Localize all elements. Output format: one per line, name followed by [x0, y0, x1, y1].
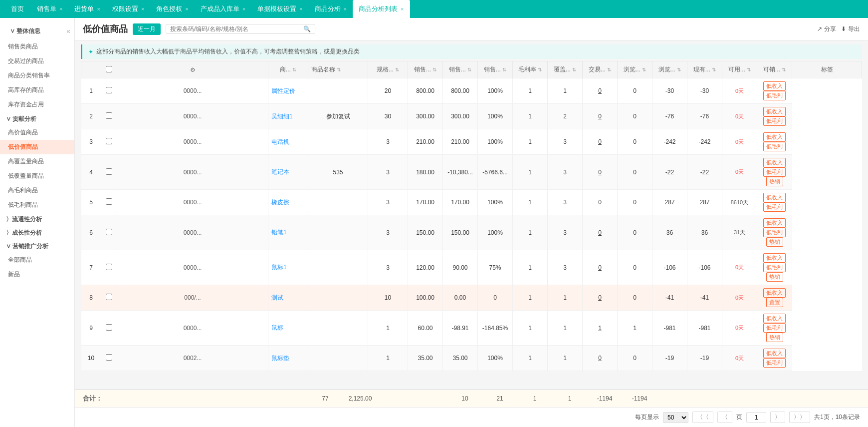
cell-check[interactable]: [101, 155, 117, 190]
last-page-btn[interactable]: 〉〉: [789, 412, 810, 423]
cell-name[interactable]: 铅笔1: [268, 215, 308, 250]
sidebar-item-traded-goods[interactable]: 交易过的商品: [0, 54, 74, 68]
col-header-avail[interactable]: 可用... ⇅: [722, 61, 757, 78]
cell-browse1[interactable]: 0: [583, 104, 618, 129]
close-icon[interactable]: ×: [242, 6, 245, 12]
sidebar-item-low-value[interactable]: 低价值商品: [0, 140, 74, 154]
cell-name[interactable]: 鼠标垫: [268, 346, 308, 371]
share-button[interactable]: ↗ 分享: [817, 25, 836, 33]
close-icon[interactable]: ×: [299, 6, 302, 12]
sidebar-item-stock-capital[interactable]: 库存资金占用: [0, 97, 74, 112]
row-checkbox[interactable]: [106, 87, 112, 93]
cell-browse1[interactable]: 0: [583, 250, 618, 285]
col-header-gross-rate[interactable]: 毛利率 ⇅: [513, 61, 548, 78]
cell-sale-profit: 800.00: [443, 78, 478, 104]
row-checkbox[interactable]: [106, 198, 112, 205]
cell-name[interactable]: 属性定价: [268, 78, 308, 104]
cell-browse1[interactable]: 1: [583, 311, 618, 346]
prev-page-btn[interactable]: 〈: [717, 412, 732, 423]
close-icon[interactable]: ×: [344, 6, 347, 12]
sidebar-item-category-rate[interactable]: 商品分类销售率: [0, 68, 74, 83]
sidebar-item-sales-goods[interactable]: 销售类商品: [0, 39, 74, 54]
sidebar-item-high-profit[interactable]: 高毛利商品: [0, 183, 74, 198]
cell-browse1[interactable]: 0: [583, 346, 618, 371]
col-header-stock[interactable]: 现有... ⇅: [687, 61, 722, 78]
row-checkbox[interactable]: [106, 264, 112, 270]
select-all-checkbox[interactable]: [106, 66, 112, 72]
nav-tab-template[interactable]: 单据模板设置 ×: [251, 0, 308, 18]
nav-tab-product-entry[interactable]: 产成品入库单 ×: [195, 0, 251, 18]
next-page-btn[interactable]: 〉: [770, 412, 785, 423]
filter-recent-month[interactable]: 近一月: [133, 23, 161, 35]
sidebar-item-all-goods[interactable]: 全部商品: [0, 253, 74, 267]
cell-check[interactable]: [101, 104, 117, 129]
col-header-code[interactable]: 商... ⇅: [268, 61, 308, 78]
row-checkbox[interactable]: [106, 354, 112, 361]
cell-name[interactable]: 橡皮擦: [268, 190, 308, 215]
sidebar-collapse-icon[interactable]: «: [66, 27, 70, 35]
nav-tab-permissions[interactable]: 权限设置 ×: [106, 0, 150, 18]
col-header-sellable[interactable]: 可销... ⇅: [757, 61, 792, 78]
col-header-sale-qty[interactable]: 销售... ⇅: [408, 61, 443, 78]
nav-tab-analysis[interactable]: 商品分析 ×: [309, 0, 353, 18]
nav-tab-purchase[interactable]: 进货单 ×: [68, 0, 106, 18]
sidebar-item-high-value[interactable]: 高价值商品: [0, 125, 74, 140]
page-size-select[interactable]: 50 20 100: [663, 412, 688, 423]
col-header-name[interactable]: 商品名称 ⇅: [308, 61, 368, 78]
nav-tab-analysis-list[interactable]: 商品分析列表 ×: [353, 0, 410, 18]
nav-tab-sales[interactable]: 销售单 ×: [31, 0, 68, 18]
cell-name[interactable]: 测试: [268, 285, 308, 311]
nav-home[interactable]: 首页: [4, 4, 31, 13]
sidebar-item-low-profit[interactable]: 低毛利商品: [0, 198, 74, 212]
close-icon[interactable]: ×: [97, 6, 100, 12]
cell-check[interactable]: [101, 346, 117, 371]
cell-avail: -22: [687, 155, 722, 190]
col-header-sale-amount[interactable]: 销售... ⇅: [443, 61, 478, 78]
cell-check[interactable]: [101, 190, 117, 215]
col-header-trade[interactable]: 交易... ⇅: [583, 61, 618, 78]
cell-name[interactable]: 鼠标: [268, 311, 308, 346]
row-checkbox[interactable]: [106, 324, 112, 331]
search-icon[interactable]: 🔍: [303, 25, 311, 32]
sidebar-item-high-coverage[interactable]: 高覆盖量商品: [0, 154, 74, 169]
cell-check[interactable]: [101, 78, 117, 104]
cell-browse1[interactable]: 0: [583, 215, 618, 250]
export-button[interactable]: ⬇ 导出: [841, 25, 860, 33]
col-header-sale-profit[interactable]: 销售... ⇅: [478, 61, 513, 78]
col-header-browse2[interactable]: 浏览... ⇅: [652, 61, 687, 78]
close-icon[interactable]: ×: [401, 6, 404, 12]
cell-check[interactable]: [101, 285, 117, 311]
col-header-cover[interactable]: 覆盖... ⇅: [548, 61, 583, 78]
close-icon[interactable]: ×: [59, 6, 62, 12]
cell-check[interactable]: [101, 129, 117, 155]
cell-name[interactable]: 笔记本: [268, 155, 308, 190]
sidebar-item-new-goods[interactable]: 新品: [0, 267, 74, 282]
col-header-spec[interactable]: 规格... ⇅: [368, 61, 408, 78]
search-input[interactable]: [170, 25, 301, 32]
nav-tab-roles[interactable]: 角色授权 ×: [150, 0, 194, 18]
cell-name[interactable]: 吴细细1: [268, 104, 308, 129]
cell-check[interactable]: [101, 215, 117, 250]
row-checkbox[interactable]: [106, 168, 112, 175]
cell-check[interactable]: [101, 250, 117, 285]
close-icon[interactable]: ×: [185, 6, 188, 12]
cell-name[interactable]: 鼠标1: [268, 250, 308, 285]
cell-browse1[interactable]: 0: [583, 190, 618, 215]
close-icon[interactable]: ×: [141, 6, 144, 12]
row-checkbox[interactable]: [106, 138, 112, 144]
sidebar-item-low-coverage[interactable]: 低覆盖量商品: [0, 169, 74, 183]
col-header-settings[interactable]: ⚙: [117, 61, 268, 78]
cell-name[interactable]: 电话机: [268, 129, 308, 155]
page-number-input[interactable]: [746, 412, 766, 423]
sidebar-item-high-stock[interactable]: 高库存的商品: [0, 83, 74, 97]
row-checkbox[interactable]: [106, 112, 112, 119]
cell-browse1[interactable]: 0: [583, 155, 618, 190]
first-page-btn[interactable]: 〈〈: [692, 412, 713, 423]
cell-browse1[interactable]: 0: [583, 78, 618, 104]
cell-browse1[interactable]: 0: [583, 129, 618, 155]
cell-browse1[interactable]: 0: [583, 285, 618, 311]
row-checkbox[interactable]: [106, 229, 112, 235]
col-header-browse1[interactable]: 浏览... ⇅: [618, 61, 652, 78]
cell-check[interactable]: [101, 311, 117, 346]
row-checkbox[interactable]: [106, 294, 112, 300]
